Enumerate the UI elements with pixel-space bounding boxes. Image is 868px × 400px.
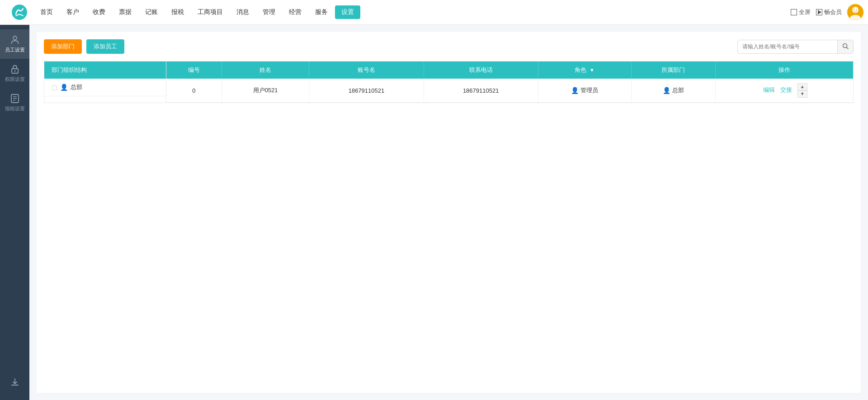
employee-icon bbox=[10, 35, 20, 45]
dept-tree-item-label: 总部 bbox=[71, 83, 82, 91]
transfer-button[interactable]: 交接 bbox=[780, 86, 792, 93]
fullscreen-button[interactable]: 全屏 bbox=[791, 8, 811, 16]
download-icon bbox=[10, 377, 20, 387]
table-row: 0 用户0521 18679110521 18679110521 👤 管理员 bbox=[166, 79, 853, 103]
col-header-dept: 所属部门 bbox=[631, 61, 716, 79]
nav-item-tax[interactable]: 报税 bbox=[165, 5, 190, 19]
col-header-role[interactable]: 角色 ▼ bbox=[538, 61, 631, 79]
folder-icon: ▢ bbox=[52, 84, 57, 91]
sidebar-bottom bbox=[8, 372, 22, 400]
svg-point-8 bbox=[14, 71, 15, 72]
row-up-button[interactable]: ▲ bbox=[797, 83, 807, 90]
dept-user-icon: 👤 bbox=[60, 84, 68, 91]
add-department-button[interactable]: 添加部门 bbox=[44, 39, 82, 54]
svg-point-4 bbox=[854, 9, 854, 10]
svg-point-5 bbox=[856, 9, 857, 10]
tax-settings-icon bbox=[10, 94, 20, 104]
dept-label: 总部 bbox=[672, 86, 684, 94]
sidebar-item-employee[interactable]: 员工设置 bbox=[0, 29, 29, 59]
col-header-id: 编号 bbox=[166, 61, 222, 79]
content-inner: 添加部门 添加员工 部门组织结构 bbox=[37, 32, 861, 393]
nav-item-customer[interactable]: 客户 bbox=[60, 5, 85, 19]
cell-id: 0 bbox=[166, 79, 222, 103]
left-sidebar: 员工设置 权限设置 报税设置 bbox=[0, 25, 29, 400]
sidebar-item-tax-settings[interactable]: 报税设置 bbox=[0, 88, 29, 118]
fullscreen-label: 全屏 bbox=[799, 8, 811, 16]
toolbar: 添加部门 添加员工 bbox=[44, 39, 854, 54]
user-avatar[interactable] bbox=[847, 4, 863, 20]
nav-item-business[interactable]: 工商项目 bbox=[191, 5, 229, 19]
nav-item-operation[interactable]: 经营 bbox=[283, 5, 308, 19]
cell-role: 👤 管理员 bbox=[538, 79, 631, 103]
search-button[interactable] bbox=[837, 40, 853, 53]
emp-data-table: 编号 姓名 账号名 联系电话 角色 ▼ 所属部门 操作 bbox=[166, 61, 853, 103]
svg-point-6 bbox=[13, 36, 17, 40]
cell-actions: 编辑 交接 ▲ ▼ bbox=[716, 79, 853, 103]
cell-dept: 👤 总部 bbox=[631, 79, 716, 103]
employee-table: 编号 姓名 账号名 联系电话 角色 ▼ 所属部门 操作 bbox=[166, 61, 853, 103]
dept-user-icon: 👤 bbox=[663, 87, 670, 94]
content-area: 添加部门 添加员工 部门组织结构 bbox=[29, 25, 868, 400]
nav-item-account[interactable]: 记账 bbox=[139, 5, 164, 19]
dept-tree-header: 部门组织结构 bbox=[44, 61, 166, 79]
dept-tree-item-root[interactable]: ▢ 👤 总部 bbox=[44, 79, 166, 96]
logo-icon bbox=[11, 4, 28, 20]
col-header-action: 操作 bbox=[716, 61, 853, 79]
svg-line-14 bbox=[847, 47, 849, 49]
sidebar-permission-label: 权限设置 bbox=[5, 76, 25, 83]
role-label: 管理员 bbox=[580, 86, 598, 94]
sidebar-tax-label: 报税设置 bbox=[5, 105, 25, 112]
sidebar-employee-label: 员工设置 bbox=[5, 47, 25, 53]
search-icon bbox=[842, 43, 849, 49]
row-scroll-controls: ▲ ▼ bbox=[797, 83, 807, 98]
sidebar-download-button[interactable] bbox=[8, 372, 22, 393]
col-header-account: 账号名 bbox=[309, 61, 424, 79]
edit-button[interactable]: 编辑 bbox=[763, 86, 775, 93]
member-button[interactable]: 畅会员 bbox=[816, 8, 842, 16]
top-nav: 首页 客户 收费 票据 记账 报税 工商项目 消息 管理 经营 服务 设置 全屏… bbox=[0, 0, 868, 25]
table-header: 编号 姓名 账号名 联系电话 角色 ▼ 所属部门 操作 bbox=[166, 61, 853, 79]
logo-area bbox=[5, 4, 34, 20]
nav-item-settings[interactable]: 设置 bbox=[335, 5, 360, 19]
nav-item-ticket[interactable]: 票据 bbox=[113, 5, 138, 19]
nav-items: 首页 客户 收费 票据 记账 报税 工商项目 消息 管理 经营 服务 设置 bbox=[34, 5, 791, 19]
cell-account: 18679110521 bbox=[309, 79, 424, 103]
cell-phone: 18679110521 bbox=[424, 79, 538, 103]
member-play-icon bbox=[816, 9, 822, 15]
sidebar-item-permission[interactable]: 权限设置 bbox=[0, 59, 29, 88]
search-input[interactable] bbox=[738, 41, 837, 52]
table-body: 0 用户0521 18679110521 18679110521 👤 管理员 bbox=[166, 79, 853, 103]
nav-item-service[interactable]: 服务 bbox=[309, 5, 334, 19]
dept-tree: 部门组织结构 ▢ 👤 总部 bbox=[44, 61, 166, 103]
member-label: 畅会员 bbox=[824, 8, 842, 16]
nav-item-home[interactable]: 首页 bbox=[34, 5, 59, 19]
add-employee-button[interactable]: 添加员工 bbox=[86, 39, 124, 54]
nav-item-message[interactable]: 消息 bbox=[230, 5, 255, 19]
nav-item-fee[interactable]: 收费 bbox=[86, 5, 112, 19]
nav-right: 全屏 畅会员 bbox=[791, 4, 863, 20]
search-area bbox=[737, 40, 854, 54]
cell-name: 用户0521 bbox=[222, 79, 309, 103]
nav-item-manage[interactable]: 管理 bbox=[256, 5, 282, 19]
svg-point-0 bbox=[12, 5, 27, 20]
table-layout: 部门组织结构 ▢ 👤 总部 编号 姓名 账号名 bbox=[44, 61, 854, 103]
col-header-name: 姓名 bbox=[222, 61, 309, 79]
col-header-phone: 联系电话 bbox=[424, 61, 538, 79]
role-user-icon: 👤 bbox=[571, 87, 579, 94]
fullscreen-square-icon bbox=[791, 9, 797, 15]
role-filter-icon: ▼ bbox=[590, 67, 594, 73]
permission-icon bbox=[10, 64, 20, 74]
main-wrapper: 员工设置 权限设置 报税设置 bbox=[0, 25, 868, 400]
row-down-button[interactable]: ▼ bbox=[797, 90, 807, 98]
